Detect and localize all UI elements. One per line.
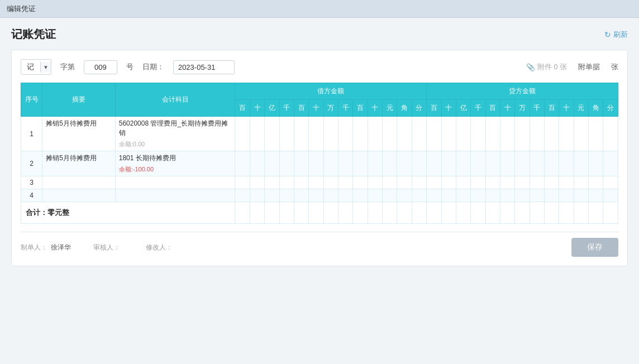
row-2-debit-3[interactable] [279,176,294,189]
row-0-debit-9[interactable] [368,117,382,151]
row-1-credit-2[interactable] [456,151,470,176]
row-2-summary[interactable] [42,176,115,189]
row-1-credit-3[interactable] [471,151,485,176]
row-3-debit-3[interactable] [279,189,294,202]
row-2-credit-3[interactable] [471,176,485,189]
row-3-credit-11[interactable] [589,189,603,202]
refresh-button[interactable]: ↻ 刷新 [604,30,628,40]
row-3-debit-0[interactable] [235,189,250,202]
row-0-credit-12[interactable] [603,117,618,151]
row-2-credit-2[interactable] [456,176,470,189]
row-3-debit-2[interactable] [265,189,279,202]
row-0-debit-7[interactable] [338,117,353,151]
row-0-debit-1[interactable] [250,117,264,151]
row-3-credit-4[interactable] [485,189,500,202]
row-0-credit-6[interactable] [515,117,530,151]
row-3-credit-7[interactable] [530,189,544,202]
row-0-debit-2[interactable] [265,117,279,151]
row-2-debit-6[interactable] [323,176,338,189]
row-2-credit-11[interactable] [589,176,603,189]
row-2-debit-5[interactable] [309,176,323,189]
row-2-debit-11[interactable] [397,176,412,189]
row-3-debit-6[interactable] [323,189,338,202]
row-3-debit-10[interactable] [383,189,397,202]
row-0-credit-1[interactable] [441,117,456,151]
row-1-credit-9[interactable] [559,151,574,176]
row-3-debit-4[interactable] [294,189,308,202]
row-0-credit-11[interactable] [589,117,603,151]
row-0-debit-0[interactable] [235,117,250,151]
row-3-debit-11[interactable] [397,189,412,202]
row-0-credit-4[interactable] [485,117,500,151]
row-0-credit-10[interactable] [574,117,588,151]
row-2-debit-7[interactable] [338,176,353,189]
row-3-credit-9[interactable] [559,189,574,202]
row-1-debit-6[interactable] [323,151,338,176]
row-3-credit-8[interactable] [545,189,559,202]
voucher-type-group[interactable]: 记 ▼ [21,59,51,75]
row-2-credit-7[interactable] [530,176,544,189]
row-2-credit-9[interactable] [559,176,574,189]
row-1-debit-0[interactable] [235,151,250,176]
row-1-debit-3[interactable] [279,151,294,176]
row-2-debit-8[interactable] [353,176,368,189]
row-0-summary[interactable]: 摊销5月待摊费用 [42,117,115,151]
row-3-credit-5[interactable] [500,189,514,202]
row-3-account[interactable] [115,189,235,202]
row-0-credit-0[interactable] [427,117,441,151]
row-1-credit-7[interactable] [530,151,544,176]
row-0-credit-3[interactable] [471,117,485,151]
row-1-debit-1[interactable] [250,151,264,176]
row-1-credit-4[interactable] [485,151,500,176]
row-0-debit-11[interactable] [397,117,412,151]
row-0-credit-7[interactable] [530,117,544,151]
row-0-credit-9[interactable] [559,117,574,151]
row-1-debit-8[interactable] [353,151,368,176]
row-3-credit-1[interactable] [441,189,456,202]
attach-doc-button[interactable]: 附单据 [578,62,600,72]
row-1-debit-7[interactable] [338,151,353,176]
row-3-credit-0[interactable] [427,189,441,202]
row-1-debit-10[interactable] [383,151,397,176]
row-3-debit-1[interactable] [250,189,264,202]
row-1-credit-12[interactable] [603,151,618,176]
row-2-credit-0[interactable] [427,176,441,189]
save-button[interactable]: 保存 [571,238,618,257]
row-1-debit-2[interactable] [265,151,279,176]
row-3-debit-7[interactable] [338,189,353,202]
row-1-credit-8[interactable] [545,151,559,176]
row-1-credit-6[interactable] [515,151,530,176]
row-1-debit-4[interactable] [294,151,308,176]
row-0-debit-10[interactable] [383,117,397,151]
row-1-debit-9[interactable] [368,151,382,176]
row-2-credit-4[interactable] [485,176,500,189]
row-3-credit-3[interactable] [471,189,485,202]
row-1-credit-1[interactable] [441,151,456,176]
row-3-debit-9[interactable] [368,189,382,202]
row-3-credit-2[interactable] [456,189,470,202]
row-3-credit-12[interactable] [603,189,618,202]
row-1-credit-0[interactable] [427,151,441,176]
row-1-credit-10[interactable] [574,151,588,176]
row-0-credit-2[interactable] [456,117,470,151]
row-3-summary[interactable] [42,189,115,202]
row-3-credit-6[interactable] [515,189,530,202]
row-0-debit-8[interactable] [353,117,368,151]
row-1-debit-5[interactable] [309,151,323,176]
row-2-credit-5[interactable] [500,176,514,189]
row-3-debit-5[interactable] [309,189,323,202]
row-2-account[interactable] [115,176,235,189]
row-0-account[interactable]: 56020008 管理费用_长期待摊费用摊销余额:0.00 [115,117,235,151]
row-2-credit-8[interactable] [545,176,559,189]
row-2-credit-6[interactable] [515,176,530,189]
voucher-type-dropdown[interactable]: ▼ [40,62,51,73]
row-1-debit-12[interactable] [412,151,426,176]
row-0-debit-5[interactable] [309,117,323,151]
date-input[interactable] [173,60,235,74]
row-0-debit-4[interactable] [294,117,308,151]
row-2-debit-12[interactable] [412,176,426,189]
row-3-debit-12[interactable] [412,189,426,202]
voucher-number-input[interactable] [84,60,117,74]
row-1-summary[interactable]: 摊销5月待摊费用 [42,151,115,176]
row-1-debit-11[interactable] [397,151,412,176]
